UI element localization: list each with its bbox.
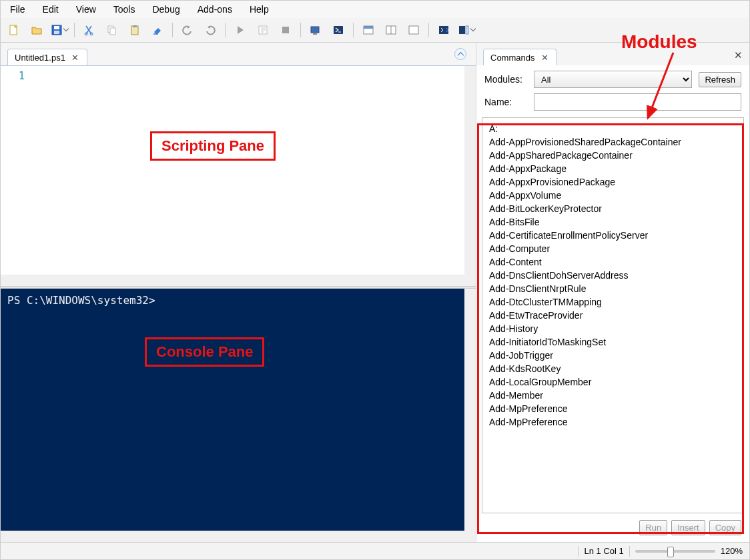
svg-rect-22 <box>466 26 468 34</box>
cursor-position: Ln 1 Col 1 <box>584 546 623 556</box>
editor-tab-title: Untitled1.ps1 <box>15 53 65 63</box>
editor-tab[interactable]: Untitled1.ps1 ✕ <box>7 49 87 65</box>
line-gutter: 1 <box>1 66 31 286</box>
command-list-item[interactable]: Add-KdsRootKey <box>485 362 741 375</box>
command-list-item[interactable]: Add-AppxProvisionedPackage <box>485 175 741 189</box>
close-panel-icon[interactable]: ✕ <box>734 49 743 61</box>
command-list-item[interactable]: Add-DnsClientNrptRule <box>485 282 741 295</box>
svg-rect-11 <box>282 27 289 33</box>
menu-tools[interactable]: Tools <box>109 3 139 16</box>
menu-add-ons[interactable]: Add-ons <box>194 3 236 16</box>
svg-rect-9 <box>133 25 137 27</box>
svg-rect-20 <box>439 26 448 34</box>
command-list-item[interactable]: Add-AppxVolume <box>485 189 741 202</box>
layout-right-button[interactable] <box>359 21 378 39</box>
command-list-item[interactable]: A: <box>485 122 741 135</box>
console-prompt: PS C:\WINDOWS\system32> <box>7 294 155 307</box>
command-list-item[interactable]: Add-BitsFile <box>485 215 741 229</box>
command-list-item[interactable]: Add-Content <box>485 255 741 269</box>
paste-button[interactable] <box>125 21 144 39</box>
layout-split-button[interactable] <box>382 21 400 39</box>
menu-view[interactable]: View <box>72 3 100 16</box>
refresh-button[interactable]: Refresh <box>699 72 741 87</box>
command-list-item[interactable]: Add-JobTrigger <box>485 349 741 362</box>
new-file-button[interactable] <box>5 21 23 39</box>
svg-rect-21 <box>459 26 465 34</box>
commands-tab-title: Commands <box>490 53 534 63</box>
run-button[interactable] <box>231 21 250 39</box>
tab-overflow-icon[interactable] <box>454 48 466 60</box>
svg-rect-3 <box>54 31 59 34</box>
command-list-item[interactable]: Add-AppSharedPackageContainer <box>485 149 741 162</box>
redo-button[interactable] <box>201 21 220 39</box>
commands-panel: Commands ✕ ✕ Modules: All Refresh Name: … <box>476 43 749 542</box>
stop-button[interactable] <box>276 21 295 39</box>
show-command-addon-button[interactable] <box>457 21 476 39</box>
svg-rect-7 <box>110 28 115 35</box>
copy-command-button[interactable]: Copy <box>709 520 741 535</box>
run-command-button[interactable]: Run <box>639 520 667 535</box>
layout-max-button[interactable] <box>404 21 423 39</box>
command-list-item[interactable]: Add-MpPreference <box>485 415 741 429</box>
modules-label: Modules: <box>484 74 527 85</box>
menu-edit[interactable]: Edit <box>39 3 63 16</box>
command-list-item[interactable]: Add-BitLockerKeyProtector <box>485 202 741 215</box>
remote-button[interactable] <box>306 21 325 39</box>
copy-button[interactable] <box>103 21 121 39</box>
menu-bar: FileEditViewToolsDebugAdd-onsHelp <box>1 1 749 18</box>
menu-help[interactable]: Help <box>246 3 273 16</box>
command-list-item[interactable]: Add-AppProvisionedSharedPackageContainer <box>485 135 741 149</box>
script-scrollbar-vertical[interactable] <box>464 66 476 286</box>
editor-tab-strip: Untitled1.ps1 ✕ <box>1 43 476 65</box>
command-list-item[interactable]: Add-Member <box>485 389 741 402</box>
undo-button[interactable] <box>178 21 197 39</box>
status-bar: Ln 1 Col 1 120% <box>1 542 749 559</box>
insert-command-button[interactable]: Insert <box>671 520 705 535</box>
svg-rect-16 <box>364 26 373 29</box>
cut-button[interactable] <box>80 21 99 39</box>
command-list-item[interactable]: Add-History <box>485 322 741 335</box>
code-editor[interactable] <box>31 66 476 286</box>
modules-dropdown[interactable]: All <box>534 71 692 88</box>
svg-rect-19 <box>409 26 418 34</box>
zoom-slider[interactable] <box>635 550 715 553</box>
toolbar <box>1 18 749 43</box>
open-file-button[interactable] <box>27 21 46 39</box>
script-pane[interactable]: 1 <box>1 65 476 286</box>
command-list-item[interactable]: Add-LocalGroupMember <box>485 375 741 389</box>
svg-rect-13 <box>313 33 317 35</box>
show-script-pane-button[interactable] <box>434 21 453 39</box>
script-scrollbar-horizontal[interactable] <box>1 275 464 286</box>
command-list-item[interactable]: Add-Computer <box>485 242 741 255</box>
menu-file[interactable]: File <box>6 3 29 16</box>
console-scrollbar-vertical[interactable] <box>464 289 476 531</box>
console-pane[interactable]: PS C:\WINDOWS\system32> <box>1 289 476 542</box>
command-list-item[interactable]: Add-EtwTraceProvider <box>485 309 741 322</box>
zoom-level: 120% <box>721 546 743 556</box>
command-list-item[interactable]: Add-InitiatorIdToMaskingSet <box>485 335 741 349</box>
close-tab-icon[interactable]: ✕ <box>71 53 80 63</box>
command-list-item[interactable]: Add-AppxPackage <box>485 162 741 175</box>
powershell-button[interactable] <box>329 21 348 39</box>
save-button[interactable] <box>50 21 69 39</box>
menu-debug[interactable]: Debug <box>148 3 183 16</box>
name-label: Name: <box>484 97 527 107</box>
console-scrollbar-horizontal[interactable] <box>1 531 476 542</box>
commands-tab[interactable]: Commands ✕ <box>483 49 556 65</box>
command-list-item[interactable]: Add-CertificateEnrollmentPolicyServer <box>485 229 741 242</box>
command-list[interactable]: A:Add-AppProvisionedSharedPackageContain… <box>482 118 743 513</box>
close-commands-tab-icon[interactable]: ✕ <box>540 53 549 63</box>
run-selection-button[interactable] <box>254 21 272 39</box>
command-list-item[interactable]: Add-MpPreference <box>485 402 741 415</box>
clear-button[interactable] <box>148 21 167 39</box>
name-input[interactable] <box>534 93 741 111</box>
svg-rect-2 <box>54 26 59 29</box>
command-list-item[interactable]: Add-DtcClusterTMMapping <box>485 295 741 309</box>
command-list-item[interactable]: Add-DnsClientDohServerAddress <box>485 269 741 282</box>
svg-rect-12 <box>311 27 319 33</box>
